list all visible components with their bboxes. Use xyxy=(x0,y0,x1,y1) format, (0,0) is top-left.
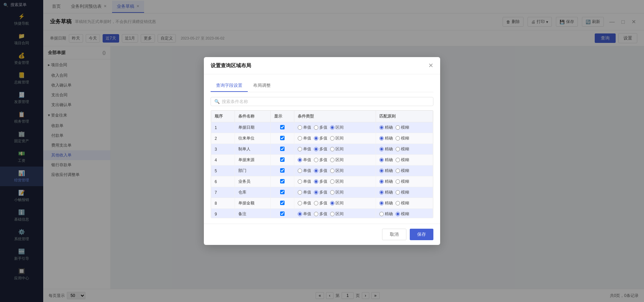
show-checkbox-5[interactable] xyxy=(280,179,285,183)
row-show-3[interactable] xyxy=(271,155,294,166)
type-single-radio-7[interactable] xyxy=(298,201,302,205)
type-range-label-7[interactable]: 区间 xyxy=(330,200,344,206)
type-single-radio-0[interactable] xyxy=(298,125,302,130)
match-exact-radio-7[interactable] xyxy=(379,201,384,205)
match-fuzzy-label-3[interactable]: 模糊 xyxy=(396,157,409,163)
type-multi-radio-5[interactable] xyxy=(314,179,318,184)
match-fuzzy-radio-0[interactable] xyxy=(396,125,400,130)
row-show-4[interactable] xyxy=(271,166,294,176)
type-single-label-4[interactable]: 单值 xyxy=(298,168,311,174)
match-fuzzy-label-5[interactable]: 模糊 xyxy=(396,179,409,184)
type-single-label-6[interactable]: 单值 xyxy=(298,190,311,195)
type-single-label-0[interactable]: 单值 xyxy=(298,125,311,130)
type-single-label-5[interactable]: 单值 xyxy=(298,179,311,184)
match-exact-label-3[interactable]: 精确 xyxy=(379,157,393,163)
type-range-label-0[interactable]: 区间 xyxy=(330,125,344,130)
type-range-radio-2[interactable] xyxy=(330,147,334,151)
match-fuzzy-radio-6[interactable] xyxy=(396,190,400,195)
type-single-radio-5[interactable] xyxy=(298,179,302,184)
modal-close-icon[interactable]: ✕ xyxy=(428,62,433,69)
type-multi-label-6[interactable]: 多值 xyxy=(314,190,327,195)
match-fuzzy-label-6[interactable]: 模糊 xyxy=(396,190,409,195)
type-range-label-5[interactable]: 区间 xyxy=(330,179,344,184)
type-single-label-7[interactable]: 单值 xyxy=(298,200,311,206)
type-range-label-2[interactable]: 区间 xyxy=(330,146,344,152)
type-multi-label-0[interactable]: 多值 xyxy=(314,125,327,130)
match-fuzzy-label-1[interactable]: 模糊 xyxy=(396,135,409,141)
row-show-7[interactable] xyxy=(271,198,294,209)
match-fuzzy-label-4[interactable]: 模糊 xyxy=(396,168,409,174)
type-range-radio-5[interactable] xyxy=(330,179,334,184)
match-exact-label-0[interactable]: 精确 xyxy=(379,125,393,130)
show-checkbox-0[interactable] xyxy=(280,125,285,129)
modal-cancel-button[interactable]: 取消 xyxy=(382,229,406,240)
match-fuzzy-radio-1[interactable] xyxy=(396,136,400,141)
type-multi-label-7[interactable]: 多值 xyxy=(314,200,327,206)
row-show-5[interactable] xyxy=(271,176,294,187)
match-exact-label-2[interactable]: 精确 xyxy=(379,146,393,152)
match-exact-radio-6[interactable] xyxy=(379,190,384,195)
row-show-0[interactable] xyxy=(271,122,294,133)
type-multi-radio-7[interactable] xyxy=(314,201,318,205)
match-exact-label-8[interactable]: 精确 xyxy=(379,211,393,217)
type-multi-label-5[interactable]: 多值 xyxy=(314,179,327,184)
type-multi-label-3[interactable]: 多值 xyxy=(314,157,327,163)
type-multi-label-1[interactable]: 多值 xyxy=(314,135,327,141)
type-multi-radio-8[interactable] xyxy=(314,212,318,216)
show-checkbox-4[interactable] xyxy=(280,168,285,173)
modal-search-input[interactable] xyxy=(222,99,430,104)
show-checkbox-8[interactable] xyxy=(280,211,285,216)
type-range-radio-3[interactable] xyxy=(330,158,334,162)
match-exact-radio-2[interactable] xyxy=(379,147,384,151)
match-exact-radio-8[interactable] xyxy=(379,212,384,216)
type-single-radio-2[interactable] xyxy=(298,147,302,151)
show-checkbox-6[interactable] xyxy=(280,190,285,194)
type-single-label-8[interactable]: 单值 xyxy=(298,211,311,217)
row-show-6[interactable] xyxy=(271,187,294,198)
type-range-radio-4[interactable] xyxy=(330,169,334,173)
type-multi-radio-6[interactable] xyxy=(314,190,318,195)
match-exact-radio-5[interactable] xyxy=(379,179,384,184)
match-fuzzy-label-8[interactable]: 模糊 xyxy=(396,211,409,217)
match-fuzzy-radio-3[interactable] xyxy=(396,158,400,162)
type-range-label-3[interactable]: 区间 xyxy=(330,157,344,163)
match-fuzzy-radio-5[interactable] xyxy=(396,179,400,184)
type-range-radio-1[interactable] xyxy=(330,136,334,141)
type-range-radio-7[interactable] xyxy=(330,201,334,205)
match-exact-radio-3[interactable] xyxy=(379,158,384,162)
modal-save-button[interactable]: 保存 xyxy=(410,229,433,240)
type-single-radio-1[interactable] xyxy=(298,136,302,141)
modal-tab-layout[interactable]: 布局调整 xyxy=(248,80,276,92)
show-checkbox-3[interactable] xyxy=(280,157,285,162)
match-exact-radio-1[interactable] xyxy=(379,136,384,141)
row-show-8[interactable] xyxy=(271,209,294,219)
match-fuzzy-label-7[interactable]: 模糊 xyxy=(396,200,409,206)
type-single-label-3[interactable]: 单值 xyxy=(298,157,311,163)
match-exact-label-1[interactable]: 精确 xyxy=(379,135,393,141)
match-fuzzy-label-0[interactable]: 模糊 xyxy=(396,125,409,130)
type-multi-radio-3[interactable] xyxy=(314,158,318,162)
match-fuzzy-label-2[interactable]: 模糊 xyxy=(396,146,409,152)
match-exact-label-5[interactable]: 精确 xyxy=(379,179,393,184)
type-range-label-6[interactable]: 区间 xyxy=(330,190,344,195)
match-exact-label-6[interactable]: 精确 xyxy=(379,190,393,195)
type-multi-label-4[interactable]: 多值 xyxy=(314,168,327,174)
type-multi-radio-4[interactable] xyxy=(314,169,318,173)
type-range-radio-8[interactable] xyxy=(330,212,334,216)
show-checkbox-2[interactable] xyxy=(280,147,285,151)
row-show-1[interactable] xyxy=(271,133,294,144)
type-single-label-2[interactable]: 单值 xyxy=(298,146,311,152)
match-fuzzy-radio-2[interactable] xyxy=(396,147,400,151)
modal-overlay[interactable]: 设置查询区域布局 ✕ 查询字段设置 布局调整 🔍 顺序 条 xyxy=(0,0,644,302)
type-range-label-1[interactable]: 区间 xyxy=(330,135,344,141)
type-range-radio-6[interactable] xyxy=(330,190,334,195)
type-single-radio-6[interactable] xyxy=(298,190,302,195)
match-fuzzy-radio-7[interactable] xyxy=(396,201,400,205)
type-range-label-8[interactable]: 区间 xyxy=(330,211,344,217)
match-exact-label-7[interactable]: 精确 xyxy=(379,200,393,206)
row-show-2[interactable] xyxy=(271,144,294,155)
show-checkbox-7[interactable] xyxy=(280,201,285,205)
show-checkbox-1[interactable] xyxy=(280,136,285,140)
modal-tab-field-settings[interactable]: 查询字段设置 xyxy=(211,80,248,92)
match-fuzzy-radio-4[interactable] xyxy=(396,169,400,173)
